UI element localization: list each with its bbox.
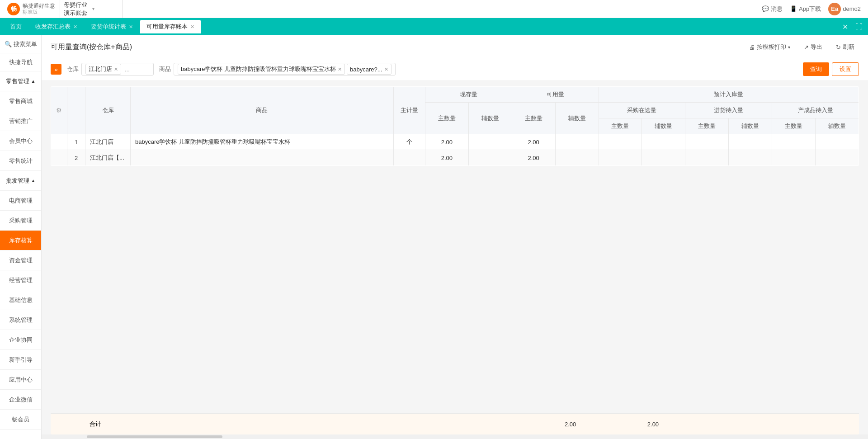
sidebar-item-member-center[interactable]: 会员中心 [0, 131, 41, 151]
close-icon[interactable]: ✕ [114, 66, 118, 72]
td-prod-main2 [772, 150, 816, 166]
th-prod-main: 主数量 [772, 118, 816, 134]
sidebar-item-operations[interactable]: 经营管理 [0, 270, 41, 290]
export-icon: ↗ [804, 44, 809, 51]
industry-selector[interactable]: 母婴行业演示账套 ▾ [60, 0, 123, 19]
footer-stock-main: 2.00 [542, 417, 599, 431]
sidebar-item-guide[interactable]: 新手引导 [0, 350, 41, 370]
sidebar-item-system[interactable]: 系统管理 [0, 310, 41, 330]
tab-order-stats[interactable]: 要货单统计表 ✕ [85, 20, 139, 33]
refresh-icon: ↻ [836, 44, 841, 51]
td-unit: 个 [393, 134, 425, 150]
user-profile[interactable]: Ea demo2 [828, 3, 861, 15]
print-btn[interactable]: 🖨 按模板打印 ▾ [745, 41, 795, 53]
warehouse-input[interactable]: 江北门店 ✕ ... [81, 63, 154, 76]
refresh-btn[interactable]: ↻ 刷新 [831, 41, 859, 53]
th-inc-sub: 辅数量 [729, 118, 772, 134]
footer-label: 合计 [85, 417, 130, 431]
th-avail-main: 主数量 [512, 103, 555, 134]
footer-avail-main: 2.00 [624, 417, 682, 431]
th-stock-main: 主数量 [425, 103, 468, 134]
sidebar-item-retail-mgmt[interactable]: 零售管理 ▲ [0, 71, 41, 91]
sidebar-item-retail-stats[interactable]: 零售统计 [0, 151, 41, 171]
filter-btn-group: 查询 设置 [803, 62, 859, 76]
sidebar-item-purchase[interactable]: 采购管理 [0, 211, 41, 231]
td-index2: 2 [67, 150, 85, 166]
th-proc-main: 主数量 [599, 118, 642, 134]
td-avail-sub2 [555, 150, 599, 166]
th-settings: ⚙ [51, 87, 67, 134]
logo-text: 畅捷通好生意 [23, 3, 55, 9]
logo-area: 畅 畅捷通好生意 标准版 [7, 3, 55, 15]
product-input[interactable]: babycare学饮杯 儿童防摔防撞吸管杯重力球吸嘴杯宝宝水杯 ✕ babyca… [174, 63, 396, 76]
sidebar-quick-nav[interactable]: 快捷导航 [0, 53, 41, 71]
td-inc-main [685, 134, 729, 150]
scroll-thumb[interactable] [87, 435, 222, 438]
top-bar-left: 畅 畅捷通好生意 标准版 母婴行业演示账套 ▾ [7, 0, 123, 19]
maximize-icon[interactable]: ⛶ [854, 22, 864, 32]
sidebar-item-ecommerce[interactable]: 电商管理 [0, 191, 41, 211]
horizontal-scrollbar[interactable] [42, 434, 868, 439]
sidebar-item-wechat[interactable]: 企业微信 [0, 390, 41, 410]
td-proc-main2 [599, 150, 642, 166]
template-badge: 标准版 [23, 9, 55, 15]
gear-icon[interactable]: ⚙ [56, 107, 62, 114]
td-inc-sub [729, 134, 772, 150]
td-prod-main [772, 134, 816, 150]
th-warehouse: 仓库 [85, 87, 131, 134]
th-group-stock: 现存量 [425, 87, 512, 103]
message-btn[interactable]: 💬 消息 [762, 5, 783, 13]
expand-filter-btn[interactable]: » [51, 64, 61, 75]
tab-home[interactable]: 首页 [4, 20, 28, 33]
th-avail-sub: 辅数量 [555, 103, 599, 134]
close-icon[interactable]: ✕ [73, 24, 77, 29]
td-prod-sub [815, 134, 859, 150]
sidebar-item-app-center[interactable]: 应用中心 [0, 370, 41, 390]
query-button[interactable]: 查询 [803, 62, 829, 76]
export-btn[interactable]: ↗ 导出 [799, 41, 827, 53]
product-label: 商品 [159, 65, 171, 73]
sidebar-item-member[interactable]: 畅会员 [0, 410, 41, 430]
th-group-available: 可用量 [512, 87, 599, 103]
td-warehouse: 江北门店 [85, 134, 131, 150]
sidebar-item-basic-info[interactable]: 基础信息 [0, 290, 41, 310]
td-unit2 [393, 150, 425, 166]
sidebar-item-retail-mall[interactable]: 零售商城 [0, 91, 41, 111]
table-row: 1 江北门店 babycare学饮杯 儿童防摔防撞吸管杯重力球吸嘴杯宝宝水杯 个… [51, 134, 859, 150]
th-product: 商品 [131, 87, 394, 134]
app-download-btn[interactable]: 📱 App下载 [790, 5, 821, 13]
page-title: 可用量查询(按仓库+商品) [51, 42, 132, 52]
td-prod-sub2 [815, 150, 859, 166]
sidebar-item-finance[interactable]: 资金管理 [0, 250, 41, 270]
th-group-procurement: 采购在途量 [599, 103, 685, 118]
main-layout: 🔍 搜索菜单 快捷导航 零售管理 ▲ 零售商城 营销推广 会员中心 零售统计 批… [0, 35, 868, 439]
sidebar-item-enterprise[interactable]: 企业协同 [0, 330, 41, 350]
footer-table: 合计 2.00 2.00 [51, 417, 859, 431]
th-inc-main: 主数量 [685, 118, 729, 134]
avatar: Ea [828, 3, 841, 15]
close-icon[interactable]: ✕ [384, 66, 388, 72]
close-all-icon[interactable]: ✕ [840, 22, 850, 32]
td-avail-sub [555, 134, 599, 150]
chevron-down-icon: ▾ [92, 6, 119, 11]
sidebar-item-marketing[interactable]: 营销推广 [0, 111, 41, 131]
table-container: ⚙ 仓库 商品 主计量 现存量 可用量 预计入库量 主数量 辅数量 主数量 [42, 81, 868, 413]
td-inc-sub2 [729, 150, 772, 166]
td-proc-main [599, 134, 642, 150]
close-icon[interactable]: ✕ [190, 24, 194, 29]
sidebar-item-wholesale-mgmt[interactable]: 批发管理 ▲ [0, 171, 41, 191]
td-warehouse2: 江北门店【... [85, 150, 131, 166]
sidebar-search[interactable]: 🔍 搜索菜单 [0, 35, 41, 53]
close-icon[interactable]: ✕ [129, 24, 133, 29]
sidebar-item-inventory[interactable]: 库存核算 [0, 231, 41, 250]
table-footer: 合计 2.00 2.00 [51, 413, 859, 434]
close-icon[interactable]: ✕ [338, 66, 342, 72]
td-product2 [131, 150, 394, 166]
td-proc-sub2 [642, 150, 685, 166]
td-settings [51, 134, 67, 150]
sidebar: 🔍 搜索菜单 快捷导航 零售管理 ▲ 零售商城 营销推广 会员中心 零售统计 批… [0, 35, 42, 439]
td-index: 1 [67, 134, 85, 150]
settings-button[interactable]: 设置 [832, 62, 859, 76]
tab-available-stock[interactable]: 可用量库存账本 ✕ [140, 20, 201, 33]
tab-stock-summary[interactable]: 收发存汇总表 ✕ [29, 20, 84, 33]
